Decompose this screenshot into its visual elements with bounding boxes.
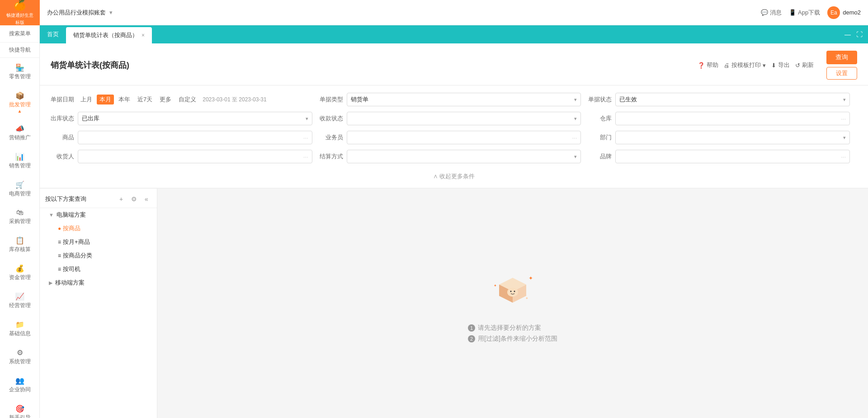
payment-label: 结算方式 [320,152,343,161]
tab-active[interactable]: 销货单统计表（按商品） × [66,27,152,43]
sidebar-item-business[interactable]: 📈 经营管理 [0,287,39,315]
date-btn-this-year[interactable]: 本年 [116,95,133,104]
out-status-control[interactable]: 已出库 ▾ [78,112,312,125]
empty-state: ✦ ✦ ✦ 1 请先选择要分析的方案 2 用[过滤]条件来缩小分析范围 [157,189,868,418]
logo-text: 畅捷通好生意 [6,12,33,19]
tree-node-by-category[interactable]: ≡ 按商品分类 [40,249,157,262]
goods-label: 商品 [51,133,74,142]
filter-panel: 单据日期 上月 本月 本年 近7天 更多 自定义 2023-03-01 至 20… [40,86,868,189]
sidebar-item-ecommerce[interactable]: 🛒 电商管理 [0,175,39,203]
add-icon: + [119,195,123,203]
receiver-control[interactable]: ··· [78,150,312,163]
settings-btn[interactable]: 设置 [826,67,857,80]
wholesale-label: 批发管理 [9,101,31,109]
tab-close-icon[interactable]: × [142,32,145,38]
receiver-dots[interactable]: ··· [303,153,308,160]
recv-status-control[interactable]: ▾ [347,112,581,125]
query-btn[interactable]: 查询 [826,51,857,64]
sidebar-item-sales[interactable]: 📊 销售管理 [0,147,39,175]
warehouse-control[interactable]: ··· [615,112,850,125]
sidebar-item-collab[interactable]: 👥 企业协同 [0,371,39,399]
dept-dropdown-icon: ▾ [843,135,846,141]
tab-controls: — ⛶ [843,29,868,40]
message-btn[interactable]: 💬 消息 [761,9,782,17]
filter-row-4: 收货人 ··· 结算方式 ▾ 品牌 ··· [51,150,857,163]
collapse-btn[interactable]: ∧ 收起更多条件 [433,173,475,180]
settings-icon: ⚙ [131,195,137,203]
date-btn-custom[interactable]: 自定义 [176,95,199,104]
doc-type-control[interactable]: 销货单 ▾ [347,93,581,106]
warehouse-dots[interactable]: ··· [841,115,846,122]
topbar-right: 💬 消息 📱 App下载 Ea demo2 [761,6,861,19]
refresh-btn[interactable]: ↺ 刷新 [795,61,814,69]
sidebar-item-retail[interactable]: 🏪 零售管理 [0,58,39,86]
marketing-icon: 📣 [15,124,24,133]
filter-out-status: 出库状态 已出库 ▾ [51,112,320,125]
filter-salesman: 业务员 ··· [320,131,589,144]
tree-node-mobile[interactable]: ▶ 移动端方案 [40,276,157,290]
salesman-dots[interactable]: ··· [572,134,577,141]
brand-control[interactable]: ··· [615,150,850,163]
sidebar-item-system[interactable]: ⚙ 系统管理 [0,343,39,371]
brand-dots[interactable]: ··· [841,153,846,160]
goods-dots[interactable]: ··· [303,134,308,141]
tree-node-by-goods[interactable]: ● 按商品 [40,222,157,235]
quick-nav-label: 快捷导航 [9,47,31,53]
help-btn[interactable]: ❓ 帮助 [698,61,718,69]
sidebar-item-guide[interactable]: 🎯 新手引导 [0,399,39,418]
sidebar-menu: 🏪 零售管理 📦 批发管理 ▲ 📣 营销推广 📊 销售管理 🛒 电商管理 🛍 采… [0,58,39,418]
tab-maximize-btn[interactable]: ⛶ [854,29,864,40]
message-label: 消息 [770,9,782,17]
date-btn-more[interactable]: 更多 [157,95,174,104]
tab-home[interactable]: 首页 [40,25,66,43]
workspace-dropdown-icon[interactable]: ▾ [109,9,113,16]
doc-status-control[interactable]: 已生效 ▾ [615,93,850,106]
finance-icon: 💰 [15,264,24,273]
export-btn[interactable]: ⬇ 导出 [771,61,790,69]
template-print-btn[interactable]: 🖨 按模板打印 ▾ [724,61,766,69]
sidebar-item-inventory[interactable]: 📋 库存核算 [0,231,39,259]
sidebar-search[interactable]: 搜索菜单 [0,25,39,43]
date-btn-this-month[interactable]: 本月 [97,95,114,104]
scheme-settings-btn[interactable]: ⚙ [129,194,139,204]
empty-tips: 1 请先选择要分析的方案 2 用[过滤]条件来缩小分析范围 [468,324,557,343]
app-logo[interactable]: 🍊 畅捷通好生意 标版 [0,0,40,25]
payment-control[interactable]: ▾ [347,150,581,163]
out-status-label: 出库状态 [51,114,74,123]
export-label: 导出 [778,61,790,69]
guide-label: 新手引导 [9,414,31,418]
tree-node-pc[interactable]: ▼ 电脑端方案 [40,208,157,222]
empty-tip-1: 1 请先选择要分析的方案 [468,324,557,332]
date-shortcuts: 上月 本月 本年 近7天 更多 自定义 [78,95,199,104]
user-info[interactable]: Ea demo2 [827,6,861,19]
sidebar-item-purchase[interactable]: 🛍 采购管理 [0,203,39,231]
print-dropdown-icon: ▾ [763,62,766,69]
help-label: 帮助 [707,61,718,69]
svg-text:✦: ✦ [494,284,497,288]
sidebar-item-basic[interactable]: 📁 基础信息 [0,315,39,343]
topbar: 办公用品行业模拟账套 ▾ 💬 消息 📱 App下载 Ea demo2 [40,0,868,25]
date-btn-last-month[interactable]: 上月 [78,95,95,104]
app-download-btn[interactable]: 📱 App下载 [789,9,820,17]
add-scheme-btn[interactable]: + [116,194,126,204]
sidebar-item-finance[interactable]: 💰 资金管理 [0,259,39,287]
date-label: 单据日期 [51,95,74,104]
quick-nav[interactable]: 快捷导航 [0,43,39,58]
doc-status-label: 单据状态 [588,95,612,104]
inventory-label: 库存核算 [9,246,31,253]
scheme-collapse-btn[interactable]: « [142,194,151,204]
tab-minimize-btn[interactable]: — [843,29,853,40]
salesman-control[interactable]: ··· [347,131,581,144]
page-actions: ❓ 帮助 🖨 按模板打印 ▾ ⬇ 导出 ↺ 刷新 查询 设置 [698,51,857,85]
workspace-title: 办公用品行业模拟账套 [47,9,106,17]
tree-node-by-month-goods[interactable]: ≡ 按月+商品 [40,235,157,249]
date-filter-control: 上月 本月 本年 近7天 更多 自定义 2023-03-01 至 2023-03… [78,95,267,104]
date-btn-7days[interactable]: 近7天 [135,95,155,104]
tree-node-by-driver[interactable]: ≡ 按司机 [40,262,157,276]
sidebar-item-marketing[interactable]: 📣 营销推广 [0,119,39,147]
goods-control[interactable]: ··· [78,131,312,144]
tip-text-2: 用[过滤]条件来缩小分析范围 [478,335,557,343]
sidebar-item-wholesale[interactable]: 📦 批发管理 ▲ [0,86,39,119]
retail-icon: 🏪 [15,63,24,72]
dept-control[interactable]: ▾ [615,131,850,144]
